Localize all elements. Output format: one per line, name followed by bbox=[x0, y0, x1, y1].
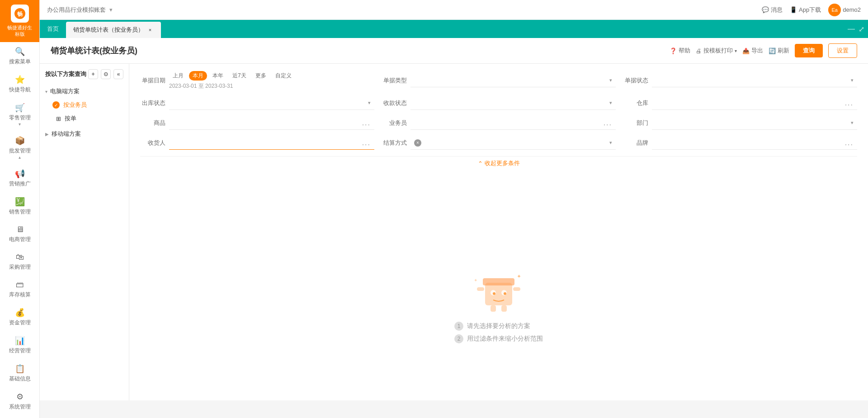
print-chevron: ▾ bbox=[735, 48, 737, 53]
filter-receiver: 收货人 ... bbox=[140, 136, 374, 150]
sidebar-item-purchase[interactable]: 🛍 采购管理 bbox=[0, 248, 39, 276]
query-button[interactable]: 查询 bbox=[795, 44, 823, 57]
scheme-item-byorder[interactable]: ⊞ 按单 bbox=[40, 112, 129, 125]
sidebar-item-label: 零售管理 bbox=[9, 114, 31, 122]
help-label: 帮助 bbox=[679, 47, 690, 55]
settlement-clear-btn[interactable]: × bbox=[414, 139, 421, 147]
filter-product: 商品 ... bbox=[140, 116, 374, 130]
scheme-add-btn[interactable]: + bbox=[88, 69, 98, 79]
settlement-arrow: ▾ bbox=[609, 140, 612, 146]
sidebar-item-inventory[interactable]: 🗃 库存核算 bbox=[0, 276, 39, 303]
sidebar-item-label: 批发管理 bbox=[9, 147, 31, 155]
date-tab-prev[interactable]: 上月 bbox=[169, 71, 187, 81]
refresh-btn[interactable]: 🔄 刷新 bbox=[769, 47, 789, 55]
warehouse-label: 仓库 bbox=[623, 99, 648, 107]
main-content: 办公用品行业模拟账套 ▾ 💬 消息 📱 App下载 Ea demo2 首页 bbox=[40, 0, 868, 418]
search-icon: 🔍 bbox=[15, 47, 25, 57]
brand-label: 品牌 bbox=[623, 139, 648, 147]
scheme-collapse-btn[interactable]: « bbox=[113, 69, 123, 79]
scheme-item-salesperson[interactable]: ✓ 按业务员 bbox=[40, 98, 129, 112]
sidebar-item-ecommerce[interactable]: 🖥 电商管理 bbox=[0, 220, 39, 248]
sidebar-item-wholesale[interactable]: 📦 批发管理 ▴ bbox=[0, 131, 39, 164]
username: demo2 bbox=[843, 6, 861, 13]
salesperson-input[interactable]: ... bbox=[410, 116, 616, 130]
export-btn[interactable]: 📤 导出 bbox=[742, 47, 763, 55]
setting-button[interactable]: 设置 bbox=[828, 43, 857, 58]
sidebar-item-operation[interactable]: 📊 经营管理 bbox=[0, 331, 39, 359]
sidebar-item-sales[interactable]: 💹 销售管理 bbox=[0, 192, 39, 220]
scheme-panel-icons: + ⊙ « bbox=[88, 69, 123, 79]
sidebar-item-label: 资金管理 bbox=[9, 319, 31, 327]
filter-department: 部门 ▾ bbox=[623, 116, 857, 130]
settlement-input[interactable]: × ▾ bbox=[410, 136, 616, 150]
filter-doc-status: 单据状态 ▾ bbox=[623, 71, 857, 90]
sidebar-item-basic[interactable]: 📋 基础信息 bbox=[0, 359, 39, 387]
doc-type-input[interactable]: ▾ bbox=[410, 74, 616, 87]
date-tab-custom[interactable]: 自定义 bbox=[272, 71, 295, 81]
topbar-chevron[interactable]: ▾ bbox=[109, 6, 113, 13]
sidebar-item-system[interactable]: ⚙ 系统管理 bbox=[0, 387, 39, 415]
department-label: 部门 bbox=[623, 119, 648, 127]
sidebar-item-retail[interactable]: 🛒 零售管理 ▾ bbox=[0, 98, 39, 131]
brand-dots: ... bbox=[845, 139, 854, 147]
receiver-input[interactable]: ... bbox=[169, 136, 374, 150]
out-status-input[interactable]: ▾ bbox=[169, 96, 374, 110]
receipt-status-label: 收款状态 bbox=[382, 99, 407, 107]
svg-text:✦: ✦ bbox=[474, 278, 477, 283]
date-tab-7days[interactable]: 近7天 bbox=[229, 71, 250, 81]
message-icon: 💬 bbox=[762, 6, 769, 13]
receipt-status-input[interactable]: ▾ bbox=[410, 96, 616, 110]
out-status-label: 出库状态 bbox=[140, 99, 165, 107]
svg-rect-3 bbox=[483, 278, 514, 285]
print-btn[interactable]: 🖨 按模板打印 ▾ bbox=[696, 47, 737, 55]
tab-maximize-btn[interactable]: ⤢ bbox=[859, 25, 864, 33]
scheme-copy-btn[interactable]: ⊙ bbox=[101, 69, 111, 79]
brand-input[interactable]: ... bbox=[652, 136, 857, 150]
sidebar-item-quick-nav[interactable]: ⭐ 快捷导航 bbox=[0, 70, 39, 98]
doc-status-arrow: ▾ bbox=[851, 77, 854, 83]
scheme-item-label: 按业务员 bbox=[63, 101, 87, 109]
finance-icon: 💰 bbox=[15, 308, 25, 318]
date-tab-year[interactable]: 本年 bbox=[209, 71, 227, 81]
tab-close-icon[interactable]: × bbox=[146, 26, 154, 33]
page-header: 销货单统计表(按业务员) ❓ 帮助 🖨 按模板打印 ▾ 📤 导出 🔄 刷新 bbox=[40, 38, 868, 64]
department-input[interactable]: ▾ bbox=[652, 116, 857, 130]
logo-icon: 畅 bbox=[11, 5, 29, 23]
tab-minimize-btn[interactable]: — bbox=[848, 25, 855, 33]
print-icon: 🖨 bbox=[696, 48, 702, 54]
sidebar-item-finance[interactable]: 💰 资金管理 bbox=[0, 303, 39, 331]
scheme-pc-group-header[interactable]: ▾ 电脑端方案 bbox=[40, 85, 129, 98]
help-btn[interactable]: ❓ 帮助 bbox=[670, 47, 690, 55]
sidebar-item-label: 基础信息 bbox=[9, 375, 31, 383]
collapse-btn[interactable]: ⌃ 收起更多条件 bbox=[140, 156, 857, 170]
doc-status-label: 单据状态 bbox=[623, 76, 648, 85]
svg-text:✦: ✦ bbox=[517, 273, 521, 280]
download-action[interactable]: 📱 App下载 bbox=[790, 6, 821, 14]
avatar: Ea bbox=[828, 4, 841, 16]
sidebar-item-marketing[interactable]: 📢 营销推广 bbox=[0, 164, 39, 192]
message-action[interactable]: 💬 消息 bbox=[762, 6, 783, 14]
tab-home[interactable]: 首页 bbox=[40, 20, 66, 38]
page-title: 销货单统计表(按业务员) bbox=[51, 45, 137, 56]
logo[interactable]: 畅 畅捷通好生 标版 bbox=[0, 0, 39, 42]
out-status-arrow: ▾ bbox=[368, 100, 371, 106]
pc-group-arrow: ▾ bbox=[45, 89, 47, 94]
tab-active[interactable]: 销货单统计表（按业务员） × bbox=[66, 22, 161, 38]
topbar: 办公用品行业模拟账套 ▾ 💬 消息 📱 App下载 Ea demo2 bbox=[40, 0, 868, 20]
user-action[interactable]: Ea demo2 bbox=[828, 4, 861, 16]
sidebar-item-label: 库存核算 bbox=[9, 291, 31, 299]
doc-status-input[interactable]: ▾ bbox=[652, 74, 857, 87]
warehouse-input[interactable]: ... bbox=[652, 96, 857, 110]
product-input[interactable]: ... bbox=[169, 116, 374, 130]
export-icon: 📤 bbox=[742, 48, 750, 54]
filter-warehouse: 仓库 ... bbox=[623, 96, 857, 110]
sidebar-item-search[interactable]: 🔍 搜索菜单 bbox=[0, 42, 39, 70]
date-tab-more[interactable]: 更多 bbox=[252, 71, 270, 81]
empty-state: ✦ ✦ 1 请先选择要分析的方案 2 用过滤条件来缩小分析范围 bbox=[129, 212, 868, 400]
sidebar-item-enterprise[interactable]: 🤝 企业协同 bbox=[0, 415, 39, 418]
scheme-panel-title: 按以下方案查询 bbox=[45, 70, 86, 78]
quick-nav-icon: ⭐ bbox=[15, 75, 25, 85]
chevron-down-icon: ▾ bbox=[19, 122, 21, 127]
scheme-mobile-group[interactable]: ▶ 移动端方案 bbox=[40, 127, 129, 141]
date-tab-current[interactable]: 本月 bbox=[189, 71, 207, 81]
